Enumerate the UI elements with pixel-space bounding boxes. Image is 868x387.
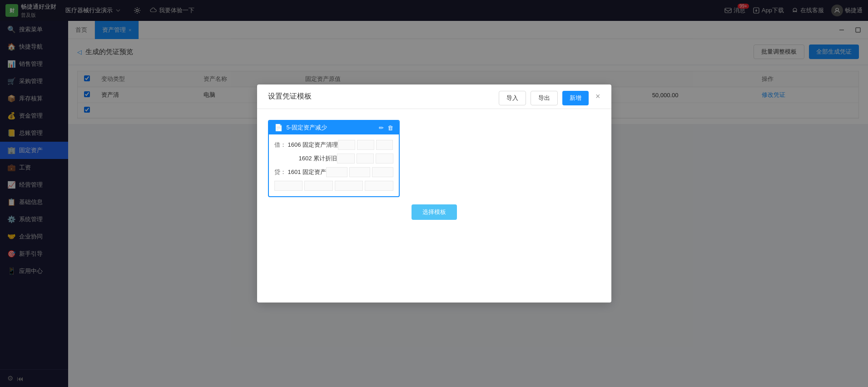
debit-cell-2b <box>357 154 374 164</box>
delete-template-icon[interactable]: 🗑 <box>387 124 393 131</box>
template-empty-row <box>269 179 399 193</box>
template-debit-row-2: 1602 累计折旧 <box>269 152 399 165</box>
empty-cell-c <box>335 181 363 191</box>
credit-cell-1c <box>372 167 393 177</box>
debit-account-1: 1606 固定资产清理 <box>288 141 338 149</box>
modal-title: 设置凭证模板 <box>268 92 312 101</box>
debit-cell-2c <box>376 154 393 164</box>
debit-label-1: 借： <box>274 141 288 149</box>
template-card: 📄 5-固定资产减少 ✏ 🗑 借： 1606 固定资产清理 <box>268 120 400 197</box>
credit-cell-1a <box>326 167 347 177</box>
modal-body: 📄 5-固定资产减少 ✏ 🗑 借： 1606 固定资产清理 <box>257 109 611 231</box>
import-button[interactable]: 导入 <box>499 91 526 105</box>
credit-cell-1b <box>349 167 370 177</box>
set-template-modal: 设置凭证模板 导入 导出 新增 × 📄 5-固定资产减少 ✏ <box>257 84 611 303</box>
credit-cells-1 <box>326 167 393 177</box>
new-template-button[interactable]: 新增 <box>562 91 589 105</box>
template-card-header: 📄 5-固定资产减少 ✏ 🗑 <box>269 121 399 134</box>
modal-close-button[interactable]: × <box>595 92 600 101</box>
template-card-header-left: 📄 5-固定资产减少 <box>274 124 327 132</box>
modal-header: 设置凭证模板 导入 导出 新增 × <box>257 84 611 109</box>
debit-cells-1 <box>338 140 393 150</box>
template-credit-row-1: 贷： 1601 固定资产 <box>269 165 399 179</box>
export-button[interactable]: 导出 <box>531 91 558 105</box>
empty-cell-d <box>365 181 393 191</box>
credit-account-1: 1601 固定资产 <box>288 168 327 176</box>
empty-cell-b <box>304 181 333 191</box>
credit-label-1: 贷： <box>274 168 288 176</box>
select-btn-container: 选择模板 <box>268 204 600 220</box>
template-card-actions: ✏ 🗑 <box>379 124 393 131</box>
template-debit-row-1: 借： 1606 固定资产清理 <box>269 138 399 152</box>
template-doc-icon: 📄 <box>274 124 283 132</box>
debit-cells-2 <box>337 154 393 164</box>
debit-account-2: 1602 累计折旧 <box>299 154 337 163</box>
debit-cell-1c <box>376 140 393 150</box>
select-template-button[interactable]: 选择模板 <box>412 204 457 220</box>
modal-toolbar: 导入 导出 新增 <box>499 91 589 105</box>
modal-overlay: 设置凭证模板 导入 导出 新增 × 📄 5-固定资产减少 ✏ <box>0 0 868 387</box>
template-list: 📄 5-固定资产减少 ✏ 🗑 借： 1606 固定资产清理 <box>268 120 600 197</box>
template-card-body: 借： 1606 固定资产清理 1602 累计折旧 <box>269 134 399 196</box>
empty-cell-a <box>274 181 303 191</box>
template-name: 5-固定资产减少 <box>287 124 327 132</box>
edit-template-icon[interactable]: ✏ <box>379 124 384 131</box>
debit-cell-1b <box>357 140 374 150</box>
debit-cell-2a <box>337 154 354 164</box>
debit-cell-1a <box>338 140 355 150</box>
